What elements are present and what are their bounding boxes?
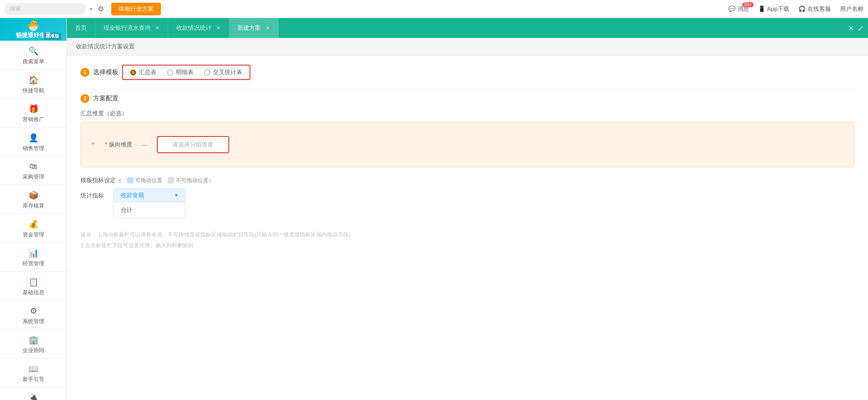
sidebar-item-search-menu[interactable]: 🔍 搜索菜单 [0, 41, 66, 70]
sidebar-item-label: 快捷导航 [23, 87, 44, 94]
movable-dot-icon [127, 177, 133, 184]
app-icon: 📱 [758, 5, 765, 12]
sidebar-item-label: 采购管理 [23, 173, 44, 181]
message-badge[interactable]: 💬 消息 99+ [728, 5, 749, 13]
sidebar-item-label: 销售管理 [23, 145, 44, 152]
tab-new-plan[interactable]: 新建方案 ✕ [229, 18, 278, 38]
metrics-label-text: 模板指标设定（ [80, 176, 122, 184]
user-label: 用户名称 [840, 5, 863, 13]
message-icon: 💬 [728, 5, 736, 12]
sidebar-item-label: 企业协同 [23, 347, 44, 354]
system-icon: ⚙ [30, 306, 37, 316]
sidebar-item-smart-hw[interactable]: 🔌 智能硬件 [0, 387, 66, 400]
movable-label: 可拖动位置 [135, 177, 162, 184]
tab-home-label: 首页 [75, 24, 87, 32]
sidebar-item-label: 营销推广 [23, 116, 44, 123]
tab-close-all-icon[interactable]: ✕ [848, 24, 854, 33]
app-download[interactable]: 📱 App下载 [758, 5, 789, 13]
sidebar-item-quick-nav[interactable]: 🏠 快捷导航 [0, 70, 66, 99]
tab-maximize-icon[interactable]: ⤢ [858, 24, 863, 33]
management-icon: 📊 [28, 248, 38, 258]
trial-button[interactable]: 体验行业方案 [111, 3, 161, 15]
step1-section: 1 选择模板 汇总表 明细表 [80, 65, 854, 80]
main-layout: 🐣 畅捷通好生意 标准版 🔍 搜索菜单 🏠 快捷导航 🎁 营销推广 👤 销售管理… [0, 18, 868, 400]
form-container: 1 选择模板 汇总表 明细表 [67, 56, 868, 400]
tab-bank-flow[interactable]: 现金银行流水查询 ✕ [95, 18, 168, 38]
step-divider [80, 89, 854, 89]
vertical-dim-label: * 纵向维度 [105, 141, 132, 149]
page-title-bar: 收款情况统计方案设置 [67, 38, 868, 56]
tab-bank-flow-label: 现金银行流水查询 [104, 24, 151, 32]
radio-crosstab-input[interactable] [204, 70, 210, 75]
sidebar-item-enterprise-co[interactable]: 🏢 企业协同 [0, 329, 66, 358]
service-icon: 🎧 [798, 5, 806, 12]
metrics-content: 统计指标 收款金额 ▾ 合计 [80, 188, 854, 218]
radio-crosstab[interactable]: 交叉统计表 [204, 68, 242, 76]
smart-hw-icon: 🔌 [28, 393, 38, 400]
metrics-table-header[interactable]: 收款金额 ▾ [113, 188, 185, 202]
radio-detail-input[interactable] [167, 70, 173, 75]
dim-arrow-icon: — [142, 141, 148, 148]
tab-collection-stats-close-icon[interactable]: ✕ [216, 25, 221, 31]
search-box[interactable]: 搜索 [5, 3, 86, 15]
step2-section: 2 方案配置 汇总维度（必选） ＊ * 纵向维度 — 请选择分组维度 [80, 94, 854, 251]
metrics-header-text: 收款金额 [121, 191, 144, 199]
purchase-icon: 🛍 [29, 162, 38, 171]
sidebar-item-sales[interactable]: 👤 销售管理 [0, 127, 66, 156]
sidebar-item-finance[interactable]: 💰 资金管理 [0, 214, 66, 243]
search-text: 搜索 [10, 5, 21, 13]
quick-nav-icon: 🏠 [28, 75, 38, 85]
dimension-section: 汇总维度（必选） ＊ * 纵向维度 — 请选择分组维度 [80, 109, 854, 167]
notification-count: 99+ [742, 2, 754, 7]
sidebar-item-inventory[interactable]: 📦 库存核算 [0, 185, 66, 214]
sidebar-item-label: 资金管理 [23, 231, 44, 239]
gear-icon[interactable]: ⚙ [98, 5, 104, 13]
tab-bank-flow-close-icon[interactable]: ✕ [155, 25, 160, 31]
metrics-table-cell: 合计 [113, 202, 185, 218]
dropdown-arrow-icon[interactable]: ▾ [90, 6, 92, 12]
radio-summary-label: 汇总表 [139, 68, 156, 76]
tab-collection-stats[interactable]: 收款情况统计 ✕ [168, 18, 229, 38]
metrics-dropdown-icon[interactable]: ▾ [175, 192, 178, 198]
sales-icon: 👤 [28, 133, 38, 143]
radio-detail[interactable]: 明细表 [167, 68, 193, 76]
radio-summary[interactable]: 汇总表 [130, 68, 156, 76]
sidebar-item-label: 经营管理 [23, 260, 44, 268]
sidebar-item-marketing[interactable]: 🎁 营销推广 [0, 99, 66, 127]
finance-icon: 💰 [28, 219, 38, 229]
step2-badge: 2 [80, 94, 90, 103]
tab-collection-stats-label: 收款情况统计 [176, 24, 212, 32]
dimension-area: ＊ * 纵向维度 — 请选择分组维度 [80, 122, 854, 167]
movable-tag: 可拖动位置 [127, 177, 162, 184]
tab-new-plan-close-icon[interactable]: ✕ [265, 25, 270, 31]
step1-title: 选择模板 [93, 68, 118, 76]
edition-label: 标准版 [44, 33, 61, 40]
beginner-icon: 📖 [28, 364, 38, 374]
sidebar-item-management[interactable]: 📊 经营管理 [0, 243, 66, 272]
sidebar-item-basic-info[interactable]: 📋 基础信息 [0, 272, 66, 301]
dim-select-box[interactable]: 请选择分组维度 [157, 136, 229, 153]
metrics-section: 模板指标设定（ 可拖动位置 不可拖动位置） 统计指标 [80, 176, 854, 218]
metrics-label-row: 模板指标设定（ 可拖动位置 不可拖动位置） [80, 176, 854, 184]
user-info[interactable]: 用户名称 [840, 5, 863, 13]
tab-bar: 首页 现金银行流水查询 ✕ 收款情况统计 ✕ 新建方案 ✕ ✕ ⤢ [67, 18, 868, 38]
radio-summary-input[interactable] [130, 70, 136, 75]
tab-home[interactable]: 首页 [67, 18, 95, 38]
hint-line-2: 2.点击标题栏下拉可设置排序、插入列和删除列 [80, 240, 854, 251]
step2-header: 2 方案配置 [80, 94, 854, 103]
sidebar-item-beginner[interactable]: 📖 新手引导 [0, 358, 66, 387]
step1-badge: 1 [80, 68, 90, 77]
step2-title: 方案配置 [93, 94, 118, 103]
immovable-label: 不可拖动位置） [176, 177, 214, 184]
sidebar-logo: 🐣 畅捷通好生意 标准版 [0, 18, 66, 41]
radio-detail-label: 明细表 [176, 68, 193, 76]
hint-section: 提示： 1.拖动标题栏可以调整布局，不可跨维度或指标区域拖动栏目字段(只能在同一… [80, 229, 854, 251]
sidebar-item-label: 库存核算 [23, 202, 44, 210]
sidebar-item-system[interactable]: ⚙ 系统管理 [0, 301, 66, 329]
sidebar-item-purchase[interactable]: 🛍 采购管理 [0, 156, 66, 185]
enterprise-icon: 🏢 [28, 335, 38, 345]
step1-header: 1 选择模板 汇总表 明细表 [80, 65, 854, 80]
online-service[interactable]: 🎧 在线客服 [798, 5, 831, 13]
top-header: 搜索 ▾ ⚙ 体验行业方案 💬 消息 99+ 📱 App下载 🎧 在线客服 用户… [0, 0, 868, 18]
sidebar: 🐣 畅捷通好生意 标准版 🔍 搜索菜单 🏠 快捷导航 🎁 营销推广 👤 销售管理… [0, 18, 67, 400]
